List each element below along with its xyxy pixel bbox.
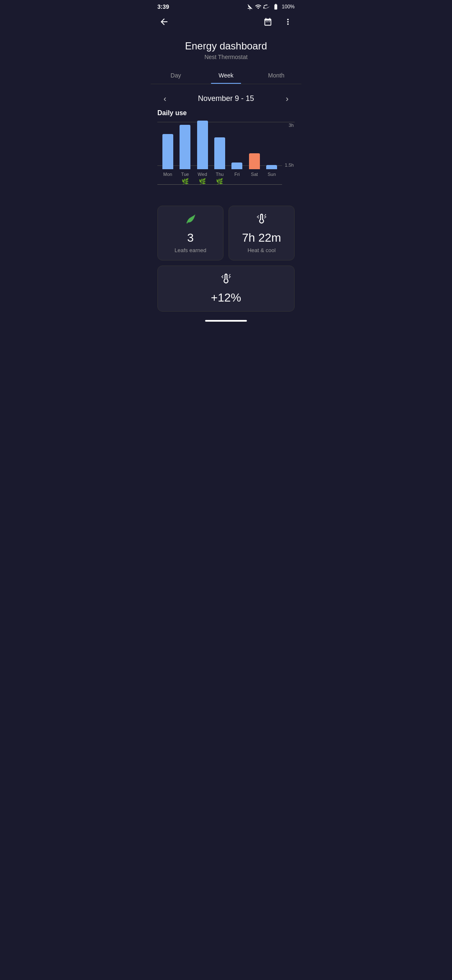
tab-day[interactable]: Day — [151, 67, 201, 84]
leafs-label: Leafs earned — [175, 247, 206, 253]
chart-title: Daily use — [157, 109, 295, 117]
leafs-card: 3 Leafs earned — [157, 206, 223, 260]
battery-icon — [272, 3, 280, 10]
wifi-icon — [255, 3, 262, 10]
heatcool-label: Heat & cool — [247, 247, 275, 253]
bar-wed-label: Wed — [198, 171, 207, 178]
calendar-button[interactable] — [259, 13, 276, 30]
leaf-card-icon — [185, 213, 196, 227]
bar-sat-rect — [249, 153, 260, 169]
bar-tue-leaf: 🌿 — [182, 178, 189, 185]
stats-cards: 3 Leafs earned 7h 22m Heat & cool — [151, 206, 301, 266]
bar-mon-label: Mon — [163, 171, 172, 178]
page-title: Energy dashboard — [157, 40, 295, 52]
tab-month[interactable]: Month — [251, 67, 301, 84]
gridline-label-1h5: 1.5h — [282, 162, 294, 168]
bar-thu: Thu 🌿 — [211, 137, 228, 185]
tabs-container: Day Week Month — [151, 67, 301, 84]
battery-pct: 100% — [282, 4, 295, 10]
status-bar: 3:39 100% — [151, 0, 301, 12]
bar-thu-label: Thu — [216, 171, 223, 178]
bar-sat-label: Sat — [251, 171, 258, 178]
bars-container: Mon Tue 🌿 Wed 🌿 Thu 🌿 — [157, 122, 282, 185]
prev-arrow[interactable]: ‹ — [157, 91, 172, 106]
leafs-value: 3 — [187, 231, 194, 245]
bar-tue: Tue 🌿 — [176, 125, 193, 185]
bar-wed-leaf: 🌿 — [199, 178, 206, 185]
status-icons: 100% — [247, 3, 295, 10]
bar-thu-rect — [214, 137, 225, 169]
chart-wrapper: 3h 1.5h Mon Tue 🌿 Wed 🌿 — [157, 122, 295, 197]
title-section: Energy dashboard Nest Thermostat — [151, 34, 301, 64]
heatcool-value: 7h 22m — [242, 231, 281, 245]
bar-sun-rect — [266, 165, 277, 169]
svg-point-0 — [265, 214, 266, 215]
app-bar-actions — [259, 13, 296, 30]
bar-wed: Wed 🌿 — [194, 121, 211, 185]
heatcool-card: 7h 22m Heat & cool — [229, 206, 295, 260]
chart-section: Daily use 3h 1.5h Mon Tue 🌿 — [151, 109, 301, 206]
page-subtitle: Nest Thermostat — [157, 54, 295, 60]
more-button[interactable] — [280, 13, 296, 30]
bar-wed-rect — [197, 121, 208, 169]
bar-mon: Mon — [159, 134, 176, 185]
bottom-card-section: +12% — [151, 266, 301, 317]
mute-icon — [247, 3, 253, 10]
bottom-card-value: +12% — [211, 291, 241, 304]
bar-sun-label: Sun — [267, 171, 276, 178]
tab-week[interactable]: Week — [201, 67, 251, 84]
signal-icon — [263, 3, 270, 10]
heatcool-card-icon — [256, 213, 267, 227]
bar-tue-rect — [180, 125, 190, 169]
gridline-label-3h: 3h — [282, 123, 294, 128]
status-time: 3:39 — [157, 3, 169, 10]
bar-fri-rect — [231, 162, 242, 169]
bar-fri-label: Fri — [234, 171, 240, 178]
bar-tue-label: Tue — [181, 171, 189, 178]
date-nav: ‹ November 9 - 15 › — [151, 84, 301, 109]
app-bar — [151, 12, 301, 34]
svg-point-1 — [229, 274, 230, 275]
bottom-card-icon — [220, 273, 232, 287]
bar-sun: Sun — [263, 165, 280, 185]
back-button[interactable] — [156, 13, 172, 30]
bar-sat: Sat — [246, 153, 263, 185]
bar-thu-leaf: 🌿 — [216, 178, 223, 185]
next-arrow[interactable]: › — [280, 91, 295, 106]
bar-mon-rect — [162, 134, 173, 169]
bottom-card: +12% — [157, 266, 295, 312]
bar-fri: Fri — [229, 162, 246, 185]
date-range: November 9 - 15 — [198, 94, 254, 103]
home-indicator — [205, 320, 247, 322]
